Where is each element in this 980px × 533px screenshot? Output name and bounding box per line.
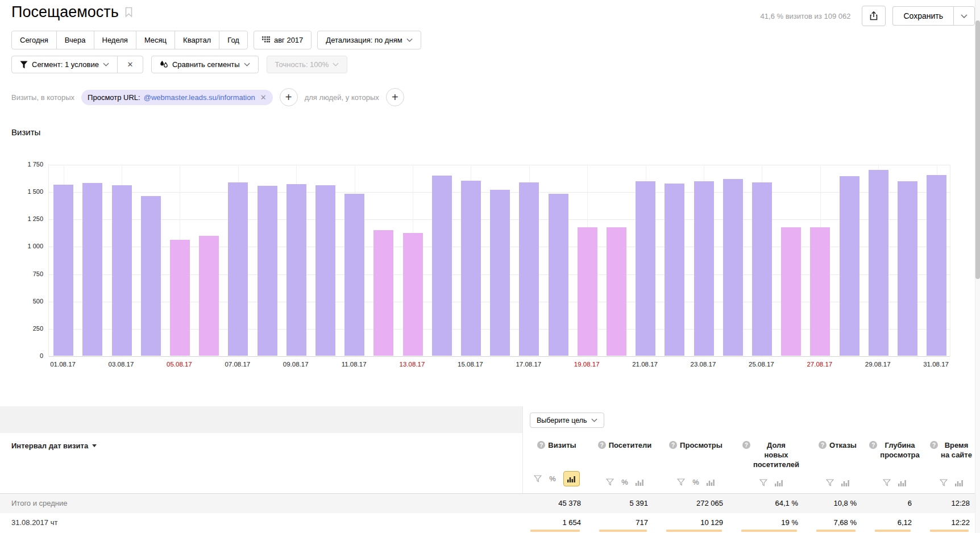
filter-icon[interactable] — [940, 479, 948, 486]
filter-icon[interactable] — [677, 478, 685, 486]
chart-bar-20.08.17[interactable] — [607, 227, 626, 356]
chart-bar-31.08.17[interactable] — [927, 175, 946, 356]
chart-bar-16.08.17[interactable] — [490, 190, 510, 356]
chart-bar-27.08.17[interactable] — [810, 227, 830, 356]
table-row-1[interactable]: 31.08.2017 чт1 65471710 12919 %7,68 %6,1… — [0, 513, 980, 533]
dimension-header[interactable]: Интервал дат визита — [11, 442, 97, 450]
goal-band-left — [0, 406, 522, 433]
metric-header-5[interactable]: ?Глубинапросмотра — [867, 433, 922, 460]
chart-bar-12.08.17[interactable] — [373, 230, 393, 356]
chart-bar-10.08.17[interactable] — [315, 185, 335, 356]
chart-bar-01.08.17[interactable] — [53, 185, 73, 356]
save-button[interactable]: Сохранить — [892, 6, 953, 26]
segment-clear-button[interactable]: ✕ — [117, 56, 143, 73]
chart-bar-22.08.17[interactable] — [665, 184, 684, 356]
chart-bar-03.08.17[interactable] — [112, 185, 132, 356]
percent-icon[interactable]: % — [621, 478, 628, 486]
percent-icon[interactable]: % — [549, 474, 556, 483]
help-icon[interactable]: ? — [819, 441, 827, 449]
chart-bar-25.08.17[interactable] — [752, 182, 772, 356]
chart-bar-06.08.17[interactable] — [199, 236, 219, 356]
chart-bar-30.08.17[interactable] — [898, 181, 917, 356]
filter-icon[interactable] — [759, 479, 767, 486]
compare-drops-icon — [160, 60, 168, 69]
save-dropdown-button[interactable] — [953, 6, 975, 26]
scrollbar-track[interactable] — [975, 0, 980, 533]
choose-goal-button[interactable]: Выберите цель — [530, 413, 604, 428]
chart-bar-17.08.17[interactable] — [519, 182, 539, 356]
cell-number: 5 391 — [591, 499, 648, 507]
period-tab-3[interactable]: Месяц — [136, 31, 175, 49]
period-tab-2[interactable]: Неделя — [94, 31, 136, 49]
metric-header-1[interactable]: ?Посетители — [591, 433, 658, 450]
chart-bar-15.08.17[interactable] — [461, 181, 481, 356]
chip-url-link[interactable]: @webmaster.leads.su/information — [144, 93, 255, 102]
bar-chart-icon[interactable] — [707, 479, 715, 486]
period-tab-5[interactable]: Год — [219, 31, 248, 49]
metric-header-4[interactable]: ?Отказы — [808, 433, 867, 450]
chart-bar-24.08.17[interactable] — [723, 179, 743, 356]
filter-icon[interactable] — [826, 479, 834, 486]
period-tab-4[interactable]: Квартал — [175, 31, 219, 49]
bar-chart-icon[interactable] — [636, 479, 643, 486]
chart-bar-05.08.17[interactable] — [170, 240, 190, 356]
bar-chart-icon[interactable] — [841, 480, 849, 486]
chip-close-icon[interactable]: ✕ — [260, 93, 267, 102]
calendar-button[interactable]: авг 2017 — [254, 31, 312, 49]
bar-chart-icon[interactable] — [955, 480, 963, 486]
cell-value: 12:28 — [922, 494, 980, 507]
chart-bar-09.08.17[interactable] — [286, 184, 306, 356]
chart-bar-02.08.17[interactable] — [82, 183, 102, 356]
filter-icon[interactable] — [534, 475, 542, 482]
table-row-0[interactable]: Итого и средние45 3785 391272 06564,1 %1… — [0, 493, 980, 514]
metric-header-3[interactable]: ?Доляновыхпосетителей — [733, 433, 808, 469]
accuracy-button[interactable]: Точность: 100% — [267, 56, 348, 73]
cell-number: 12:22 — [922, 518, 970, 527]
metric-header-0[interactable]: ?Визиты — [522, 433, 591, 450]
add-people-condition-button[interactable]: + — [386, 88, 404, 106]
period-tab-0[interactable]: Сегодня — [11, 31, 57, 49]
metric-header-6[interactable]: ?Времяна сайте — [922, 433, 980, 460]
chart-bar-14.08.17[interactable] — [432, 176, 452, 356]
chart-bar-28.08.17[interactable] — [840, 176, 859, 356]
chart-bar-07.08.17[interactable] — [228, 182, 248, 356]
chart-bar-08.08.17[interactable] — [258, 186, 277, 356]
bar-chart-icon[interactable] — [898, 480, 906, 486]
help-icon[interactable]: ? — [930, 441, 938, 449]
segment-button[interactable]: Сегмент: 1 условие — [11, 56, 118, 73]
chart-bar-29.08.17[interactable] — [869, 170, 888, 356]
chart-bar-04.08.17[interactable] — [141, 196, 161, 356]
chart-bar-23.08.17[interactable] — [694, 181, 714, 356]
filter-icon[interactable] — [883, 479, 891, 486]
metric-header-2[interactable]: ?Просмотры — [658, 433, 733, 450]
chart-bar-19.08.17[interactable] — [578, 227, 597, 356]
percent-icon[interactable]: % — [692, 478, 699, 486]
chart-bar-11.08.17[interactable] — [344, 194, 364, 356]
help-icon[interactable]: ? — [598, 441, 606, 449]
scrollbar-thumb[interactable] — [975, 20, 980, 279]
add-visit-condition-button[interactable]: + — [280, 88, 298, 106]
metric-column-1: ?Посетители% — [591, 433, 658, 493]
x-axis-label-03.08.17: 03.08.17 — [98, 361, 144, 368]
help-icon[interactable]: ? — [669, 441, 677, 449]
chart-bar-21.08.17[interactable] — [636, 181, 655, 356]
chart-bar-18.08.17[interactable] — [549, 194, 568, 356]
export-button[interactable] — [862, 6, 886, 26]
y-axis-label: 250 — [0, 325, 43, 332]
help-icon[interactable]: ? — [869, 441, 877, 449]
filter-bar: Визиты, в которых Просмотр URL: @webmast… — [11, 88, 404, 106]
chart-bar-26.08.17[interactable] — [781, 227, 801, 356]
chart-bar-13.08.17[interactable] — [403, 233, 423, 356]
bar-chart-icon[interactable] — [775, 480, 783, 486]
bookmark-icon[interactable] — [124, 7, 133, 18]
help-icon[interactable]: ? — [742, 441, 750, 449]
x-axis-label-23.08.17: 23.08.17 — [680, 361, 726, 368]
url-filter-chip[interactable]: Просмотр URL: @webmaster.leads.su/inform… — [81, 90, 273, 105]
compare-segments-button[interactable]: Сравнить сегменты — [151, 56, 259, 73]
help-icon[interactable]: ? — [537, 441, 545, 449]
filter-icon[interactable] — [606, 478, 614, 486]
period-tab-1[interactable]: Вчера — [56, 31, 94, 49]
x-axis-label-15.08.17: 15.08.17 — [447, 361, 493, 368]
bar-chart-icon-active[interactable] — [563, 471, 580, 486]
detail-button[interactable]: Детализация: по дням — [317, 31, 421, 49]
